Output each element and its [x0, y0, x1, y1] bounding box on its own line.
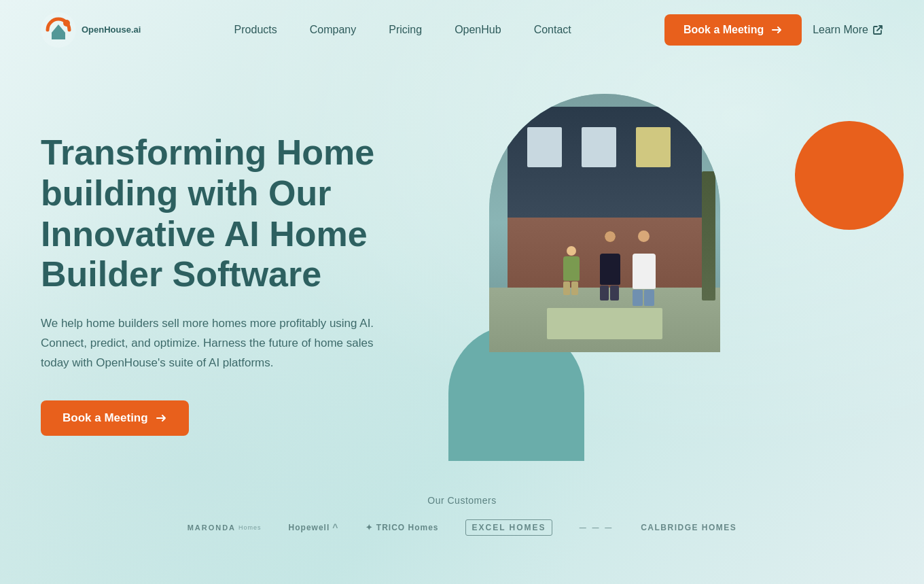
- nav-link-company[interactable]: Company: [310, 24, 356, 35]
- customer-logo-excel: EXCEL HOMES: [465, 519, 552, 536]
- hero-section: Transforming Home building with Our Inno…: [0, 60, 924, 481]
- hero-cta-label: Book a Meeting: [63, 411, 148, 425]
- customers-logos: MARONDA Homes Hopewell ^ ✦ TRICO Homes E…: [41, 519, 883, 536]
- nav-item-openhub[interactable]: OpenHub: [455, 24, 501, 36]
- hero-content: Transforming Home building with Our Inno…: [41, 133, 448, 436]
- navbar: OpenHouse.ai Products Company Pricing Op…: [0, 0, 924, 60]
- nav-actions: Book a Meeting Learn More: [664, 14, 883, 46]
- hero-book-meeting-button[interactable]: Book a Meeting: [41, 400, 189, 436]
- arrow-right-icon: [770, 24, 783, 36]
- nav-link-openhub[interactable]: OpenHub: [455, 24, 501, 35]
- nav-item-pricing[interactable]: Pricing: [389, 24, 422, 36]
- hero-visual: [448, 94, 883, 475]
- family-scene: [489, 94, 720, 352]
- nav-learn-label: Learn More: [813, 24, 868, 36]
- nav-links: Products Company Pricing OpenHub Contact: [234, 24, 571, 36]
- nav-link-products[interactable]: Products: [234, 24, 277, 35]
- logo[interactable]: OpenHouse.ai: [41, 12, 141, 48]
- customer-logo-maronda: MARONDA Homes: [188, 523, 262, 532]
- nav-book-label: Book a Meeting: [683, 24, 764, 36]
- svg-point-1: [63, 20, 70, 27]
- customers-label: Our Customers: [41, 495, 883, 506]
- external-link-icon: [872, 24, 883, 35]
- nav-item-products[interactable]: Products: [234, 24, 277, 36]
- customer-logo-calbridge: CALBRIDGE HOMES: [641, 523, 736, 532]
- hero-title: Transforming Home building with Our Inno…: [41, 133, 448, 295]
- nav-link-contact[interactable]: Contact: [534, 24, 571, 35]
- customer-logo-hopewell: Hopewell ^: [289, 522, 339, 533]
- hero-description: We help home builders sell more homes mo…: [41, 314, 394, 373]
- nav-learn-more-button[interactable]: Learn More: [813, 24, 883, 36]
- hero-image: [489, 94, 720, 352]
- orange-circle-decoration: [795, 121, 904, 230]
- nav-item-company[interactable]: Company: [310, 24, 356, 36]
- hero-arrow-icon: [155, 412, 167, 424]
- customer-logo-unknown: — — —: [580, 524, 614, 532]
- nav-book-meeting-button[interactable]: Book a Meeting: [664, 14, 802, 46]
- customer-logo-trico: ✦ TRICO Homes: [366, 523, 438, 532]
- nav-link-pricing[interactable]: Pricing: [389, 24, 422, 35]
- customers-section: Our Customers MARONDA Homes Hopewell ^ ✦…: [0, 481, 924, 556]
- nav-item-contact[interactable]: Contact: [534, 24, 571, 36]
- brand-name-top: OpenHouse.ai: [82, 25, 141, 35]
